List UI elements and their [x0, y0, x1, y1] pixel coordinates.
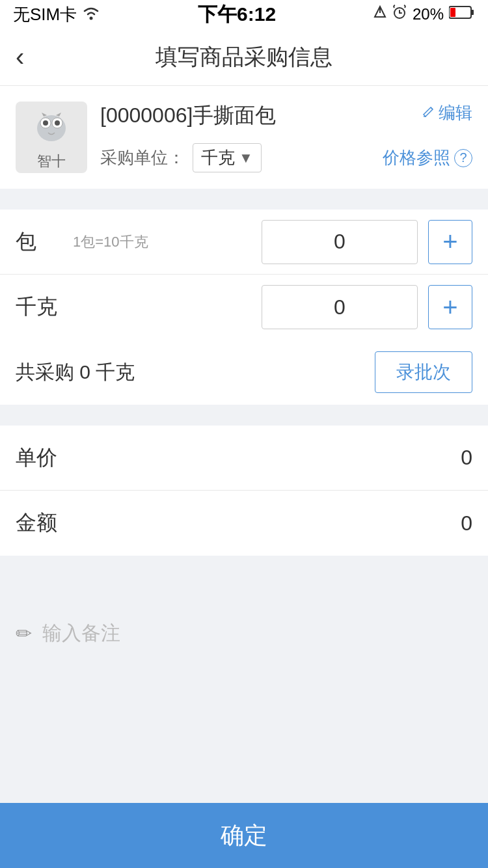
kg-quantity-input[interactable] — [262, 285, 418, 329]
note-section[interactable]: ✏ 输入备注 — [0, 556, 488, 711]
carrier-text: 无SIM卡 — [13, 3, 77, 26]
kg-label: 千克 — [16, 293, 68, 321]
status-bar: 无SIM卡 下午6:12 20% — [0, 0, 488, 29]
price-reference-button[interactable]: 价格参照 ? — [383, 146, 472, 169]
unit-price-value: 0 — [461, 446, 472, 470]
price-ref-icon: ? — [454, 149, 472, 167]
unit-select[interactable]: 千克 ▼ — [193, 143, 262, 172]
svg-point-12 — [43, 120, 48, 126]
quantity-form: 包 1包=10千克 + 千克 + — [0, 210, 488, 340]
bag-quantity-input[interactable] — [262, 220, 418, 264]
page-title: 填写商品采购信息 — [156, 42, 332, 72]
spacer — [0, 711, 488, 804]
section-divider-2 — [0, 405, 488, 415]
summary-row: 共采购 0 千克 录批次 — [0, 340, 488, 405]
back-button[interactable]: ‹ — [16, 42, 24, 72]
svg-point-9 — [37, 115, 66, 141]
nav-bar: ‹ 填写商品采购信息 — [0, 29, 488, 86]
bag-sublabel: 1包=10千克 — [73, 232, 148, 252]
amount-row: 金额 0 — [0, 491, 488, 556]
amount-label: 金额 — [16, 509, 57, 537]
battery-text: 20% — [413, 5, 444, 23]
note-icon: ✏ — [16, 622, 32, 645]
unit-price-row: 单价 0 — [0, 426, 488, 491]
price-ref-label: 价格参照 — [383, 146, 450, 169]
edit-button[interactable]: 编辑 — [422, 102, 472, 124]
confirm-button[interactable]: 确定 — [0, 803, 488, 868]
unit-price-label: 单价 — [16, 444, 57, 472]
logo-text: 智十 — [37, 152, 66, 171]
bag-plus-button[interactable]: + — [428, 220, 472, 264]
summary-text: 共采购 0 千克 — [16, 359, 135, 386]
kg-plus-icon: + — [442, 293, 457, 322]
unit-arrow: ▼ — [239, 150, 253, 167]
status-time: 下午6:12 — [198, 1, 276, 28]
amount-value: 0 — [461, 511, 472, 536]
svg-rect-8 — [450, 8, 455, 17]
bag-row: 包 1包=10千克 + — [0, 210, 488, 275]
svg-point-13 — [55, 120, 60, 126]
section-divider-1 — [0, 199, 488, 210]
status-right: 20% — [373, 5, 475, 24]
unit-label: 采购单位： — [100, 146, 185, 169]
location-icon — [373, 5, 386, 23]
bag-label: 包 — [16, 228, 68, 256]
battery-icon — [449, 5, 475, 23]
status-left: 无SIM卡 — [13, 3, 100, 26]
edit-icon — [422, 103, 436, 123]
bag-plus-icon: + — [442, 227, 457, 256]
batch-button[interactable]: 录批次 — [375, 351, 472, 393]
edit-label: 编辑 — [439, 102, 472, 124]
product-info: [0000006]手撕面包 编辑 采购单位： 千克 ▼ — [100, 102, 472, 172]
svg-point-0 — [90, 16, 93, 20]
kg-plus-button[interactable]: + — [428, 285, 472, 329]
svg-rect-7 — [471, 10, 474, 15]
kg-row: 千克 + — [0, 275, 488, 340]
unit-value: 千克 — [201, 146, 235, 169]
product-card: 智十 [0000006]手撕面包 编辑 采购单位： 千克 — [0, 86, 488, 189]
wifi-icon — [82, 5, 100, 25]
product-name: [0000006]手撕面包 — [100, 102, 276, 130]
note-placeholder: 输入备注 — [42, 620, 120, 647]
price-section: 单价 0 金额 0 — [0, 426, 488, 556]
product-thumbnail: 智十 — [16, 102, 87, 173]
alarm-icon — [392, 5, 407, 24]
